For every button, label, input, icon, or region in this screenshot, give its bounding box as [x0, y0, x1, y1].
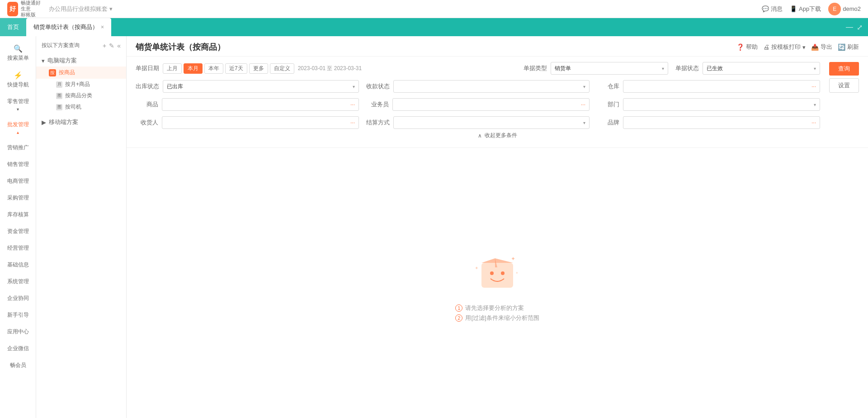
tab-active[interactable]: 销货单统计表（按商品） × [26, 18, 111, 36]
chevron-down-icon: ▾ [353, 84, 355, 89]
doc-type-filter: 单据类型 销货单 ▾ [524, 62, 668, 75]
tab-close-button[interactable]: × [101, 24, 104, 30]
action-buttons: 查询 设置 [829, 62, 859, 93]
sidebar-item-marketing[interactable]: 营销推广 [0, 139, 36, 156]
scheme-item-by-product[interactable]: 按 按商品 [36, 66, 126, 79]
refresh-button[interactable]: 🔄 刷新 [838, 43, 859, 51]
filter-sidebar: 按以下方案查询 + ✎ « ▾ 电脑端方案 按 按商品 月 按月 [36, 36, 127, 418]
outbound-select[interactable]: 已出库 ▾ [163, 80, 359, 93]
collapse-button[interactable]: ∧ 收起更多条件 [136, 129, 859, 142]
tab-actions: — ⤢ [846, 23, 868, 32]
print-icon: 🖨 [763, 43, 769, 51]
staff-filter: 业务员 ··· [366, 98, 590, 111]
dept-select[interactable]: ▾ [623, 98, 820, 111]
sidebar-item-search[interactable]: 🔍 搜索菜单 [0, 40, 36, 66]
sidebar-item-quicknav[interactable]: ⚡ 快捷导航 [0, 66, 36, 93]
collapse-sidebar-button[interactable]: « [117, 42, 121, 49]
settlement-select[interactable]: ▾ [393, 116, 590, 129]
filter-row-2: 出库状态 已出库 ▾ 收款状态 ▾ [136, 80, 820, 93]
mobile-scheme-header[interactable]: ▶ 移动端方案 [36, 116, 126, 128]
pc-scheme-header[interactable]: ▾ 电脑端方案 [36, 55, 126, 66]
sidebar-item-wechat[interactable]: 企业微信 [0, 340, 36, 357]
page-actions: ❓ 帮助 🖨 按模板打印 ▾ 📤 导出 🔄 刷新 [736, 43, 859, 51]
sidebar-item-operations[interactable]: 经营管理 [0, 240, 36, 256]
query-button[interactable]: 查询 [829, 62, 859, 76]
sidebar-item-inventory[interactable]: 库存核算 [0, 206, 36, 223]
export-icon: 📤 [811, 43, 819, 51]
chevron-right-icon: ▶ [42, 119, 46, 126]
date-btn-this-year[interactable]: 本年 [204, 63, 223, 74]
export-button[interactable]: 📤 导出 [811, 43, 832, 51]
chevron-down-icon: ▾ [583, 120, 585, 125]
doc-status-select[interactable]: 已生效 ▾ [703, 62, 820, 75]
scheme-item-category[interactable]: 图 按商品分类 [36, 90, 126, 101]
app-download-button[interactable]: 📱 App下载 [790, 5, 821, 13]
message-button[interactable]: 💬 消息 [762, 5, 783, 13]
svg-text:✦: ✦ [475, 266, 478, 271]
minimize-button[interactable]: — [846, 23, 853, 31]
date-range-display: 2023-03-01 至 2023-03-31 [298, 65, 362, 72]
chevron-down-icon: ▾ [814, 102, 816, 107]
outbound-filter: 出库状态 已出库 ▾ [136, 80, 359, 93]
doc-type-select[interactable]: 销货单 ▾ [551, 62, 668, 75]
sidebar-item-system[interactable]: 系统管理 [0, 273, 36, 290]
pc-scheme-group: ▾ 电脑端方案 按 按商品 月 按月+商品 图 按商品分类 图 按司机 [36, 53, 126, 114]
user-menu[interactable]: E demo2 [828, 3, 861, 15]
maximize-button[interactable]: ⤢ [857, 23, 863, 32]
add-scheme-button[interactable]: + [103, 42, 106, 49]
help-button[interactable]: ❓ 帮助 [736, 43, 758, 51]
product-select[interactable]: ··· [162, 98, 359, 111]
sidebar-item-sales[interactable]: 销售管理 [0, 156, 36, 173]
empty-step1: 1 请先选择要分析的方案 [455, 304, 539, 312]
app-logo: 好 畅捷通好生意 标账版 [7, 0, 43, 18]
sidebar-item-wholesale[interactable]: 批发管理 ▴ [0, 116, 36, 139]
date-btn-7days[interactable]: 近7天 [225, 63, 247, 74]
date-btn-this-month[interactable]: 本月 [184, 63, 203, 74]
scheme-icon: 图 [56, 93, 62, 99]
template-print-button[interactable]: 🖨 按模板打印 ▾ [763, 43, 806, 51]
chevron-down-icon: ▾ [42, 57, 45, 64]
product-filter: 商品 ··· [136, 98, 359, 111]
topbar-right: 💬 消息 📱 App下载 E demo2 [762, 3, 861, 15]
sidebar-item-member[interactable]: 畅会员 [0, 357, 36, 374]
chevron-down-icon: ▾ [662, 66, 664, 71]
date-filter: 单据日期 上月 本月 本年 近7天 更多 自定义 2023-03-01 至 20… [136, 63, 516, 74]
message-icon: 💬 [762, 5, 769, 12]
sidebar-item-guide[interactable]: 新手引导 [0, 307, 36, 323]
date-btn-custom[interactable]: 自定义 [270, 63, 294, 74]
sidebar-item-collab[interactable]: 企业协同 [0, 290, 36, 307]
doc-status-filter: 单据状态 已生效 ▾ [675, 62, 820, 75]
edit-scheme-button[interactable]: ✎ [109, 42, 114, 49]
date-btn-last-month[interactable]: 上月 [163, 63, 182, 74]
scheme-item-driver[interactable]: 图 按司机 [36, 101, 126, 113]
staff-select[interactable]: ··· [392, 98, 590, 111]
sidebar-item-purchase[interactable]: 采购管理 [0, 190, 36, 206]
payment-select[interactable]: ▾ [393, 80, 590, 93]
warehouse-select[interactable]: ··· [623, 80, 820, 93]
topbar: 好 畅捷通好生意 标账版 办公用品行业模拟账套 ▾ 💬 消息 📱 App下载 E… [0, 0, 868, 18]
filter-row-3: 商品 ··· 业务员 ··· [136, 98, 820, 111]
sidebar-item-basic[interactable]: 基础信息 [0, 256, 36, 273]
scheme-item-month-product[interactable]: 月 按月+商品 [36, 79, 126, 90]
chevron-down-icon: ▾ [802, 44, 806, 51]
sidebar-item-ecommerce[interactable]: 电商管理 [0, 173, 36, 190]
date-btn-more[interactable]: 更多 [249, 63, 268, 74]
settings-button[interactable]: 设置 [829, 78, 859, 93]
quicknav-icon: ⚡ [14, 71, 23, 80]
brand-select[interactable]: ··· [623, 116, 820, 129]
logo-text: 畅捷通好生意 标账版 [21, 0, 43, 18]
empty-svg: ✦ ✦ ✦ [470, 242, 524, 297]
content-area: 按以下方案查询 + ✎ « ▾ 电脑端方案 按 按商品 月 按月 [36, 36, 868, 418]
payment-filter: 收款状态 ▾ [366, 80, 590, 93]
sidebar-item-appcenter[interactable]: 应用中心 [0, 323, 36, 340]
app-title[interactable]: 办公用品行业模拟账套 ▾ [49, 5, 756, 13]
scheme-icon: 按 [49, 69, 56, 76]
sidebar-item-finance[interactable]: 资金管理 [0, 223, 36, 240]
sidebar-item-retail[interactable]: 零售管理 ▾ [0, 93, 36, 116]
mobile-scheme-group: ▶ 移动端方案 [36, 114, 126, 130]
recipient-select[interactable]: ··· [162, 116, 359, 129]
scheme-icon: 图 [56, 104, 62, 110]
chevron-down-icon: ▾ [583, 84, 585, 89]
empty-step2: 2 用[过滤]条件来缩小分析范围 [455, 314, 539, 322]
tab-home[interactable]: 首页 [0, 18, 26, 36]
